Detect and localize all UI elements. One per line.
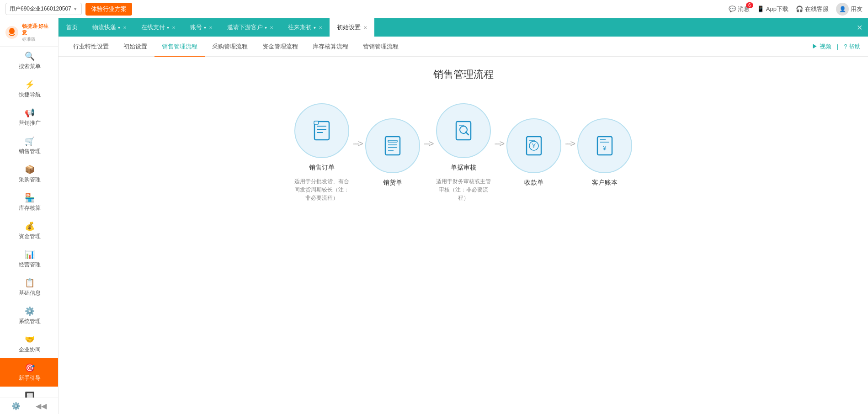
svg-rect-12 (456, 122, 471, 140)
sidebar-icon-sales: 🛒 (25, 136, 35, 146)
flow-node-ledger[interactable]: ¥ 客户账本 (577, 118, 632, 187)
online-service-area[interactable]: 🎧 在线客服 (796, 5, 829, 13)
sidebar-item-finance[interactable]: 💰资金管理 (0, 217, 58, 245)
tab-home[interactable]: 首页 (59, 18, 85, 37)
question-icon: ? (844, 43, 847, 50)
subtab-finance_flow[interactable]: 资金管理流程 (255, 37, 305, 57)
sidebar-label-sales: 销售管理 (19, 148, 41, 155)
logo-icon (5, 25, 19, 40)
sidebar-label-marketing: 营销推广 (19, 119, 41, 127)
sidebar-icon-purchase: 📦 (25, 165, 35, 175)
subtab-label-sales_flow: 销售管理流程 (162, 42, 197, 51)
subtab-label-initial: 初始设置 (123, 42, 147, 51)
flow-arrow-0: - - -> (353, 138, 362, 167)
tab-init[interactable]: 初始设置✕ (330, 18, 374, 37)
tab-account[interactable]: 账号▾✕ (183, 18, 220, 37)
flow-node-sales_order[interactable]: 销售订单适用于分批发货、有合同发货周期较长（注：非必要流程） (294, 103, 349, 202)
sidebar-item-marketing[interactable]: 📢营销推广 (0, 103, 58, 132)
help-label: 帮助 (849, 43, 861, 50)
video-label: 视频 (820, 43, 831, 50)
app-download-icon: 📱 (757, 5, 764, 12)
svg-rect-8 (388, 140, 397, 142)
sidebar-label-basic: 基础信息 (19, 289, 41, 297)
sidebar-item-apps[interactable]: 🔲应用中心 (0, 387, 58, 398)
headset-icon: 🎧 (796, 5, 803, 12)
page-title: 销售管理流程 (73, 68, 853, 81)
sidebar-icon-apps: 🔲 (25, 391, 35, 398)
tab-invite[interactable]: 邀请下游客户▾✕ (220, 18, 281, 37)
tab-close-icon-account[interactable]: ✕ (209, 25, 213, 30)
user-label: 用户690企业1660120507 (10, 5, 71, 13)
tab-logistics[interactable]: 物流快递▾✕ (85, 18, 134, 37)
flow-label-delivery: 销货单 (383, 179, 402, 187)
sidebar-item-collab[interactable]: 🤝企业协同 (0, 330, 58, 358)
sidebar-icon-quicknav: ⚡ (25, 80, 35, 90)
app-download-area[interactable]: 📱 App下载 (757, 5, 788, 13)
sidebar: 畅捷通·好生意 标准版 🔍搜索菜单⚡快捷导航📢营销推广🛒销售管理📦采购管理🏪库存… (0, 18, 59, 414)
flow-node-receipt[interactable]: ¥ 收款单 (506, 118, 561, 187)
svg-text:¥: ¥ (532, 142, 536, 149)
collapse-icon[interactable]: ◀◀ (36, 402, 47, 410)
message-icon-area[interactable]: 💬 消息 6 (729, 5, 750, 13)
subtab-inventory_flow[interactable]: 库存核算流程 (305, 37, 356, 57)
subtab-sales_flow[interactable]: 销售管理流程 (154, 37, 205, 57)
tab-close-icon-payment[interactable]: ✕ (172, 25, 176, 30)
subtab-label-purchase_flow: 采购管理流程 (212, 42, 248, 51)
flow-circle-receipt: ¥ (506, 118, 561, 173)
sidebar-item-sales[interactable]: 🛒销售管理 (0, 132, 58, 160)
tab-label-period: 往来期初 (288, 23, 312, 32)
page-content: 销售管理流程 销售订单适用于分批发货、有合同发货周期较长（注：非必要流程）- -… (59, 57, 868, 414)
tab-label-logistics: 物流快递 (92, 23, 116, 32)
flow-label-receipt: 收款单 (524, 179, 543, 187)
avatar: 👤 (836, 3, 849, 16)
user-selector[interactable]: 用户690企业1660120507 ▼ (5, 3, 82, 15)
sidebar-label-inventory: 库存核算 (19, 204, 41, 212)
subtab-initial[interactable]: 初始设置 (116, 37, 154, 57)
sidebar-item-guide[interactable]: 🎯新手引导 (0, 358, 58, 387)
sidebar-item-system[interactable]: ⚙️系统管理 (0, 302, 58, 330)
tab-close-icon-logistics[interactable]: ✕ (123, 25, 127, 30)
sidebar-icon-guide: 🎯 (25, 363, 35, 373)
tab-close-icon-invite[interactable]: ✕ (270, 25, 273, 30)
help-link[interactable]: ? 帮助 (844, 42, 861, 51)
sidebar-item-basic[interactable]: 📋基础信息 (0, 273, 58, 302)
trial-button[interactable]: 体验行业方案 (85, 3, 132, 16)
sidebar-item-inventory[interactable]: 🏪库存核算 (0, 188, 58, 217)
flow-arrow-1: - - -> (424, 138, 432, 167)
subtab-purchase_flow[interactable]: 采购管理流程 (205, 37, 255, 57)
flow-circle-ledger: ¥ (577, 118, 632, 173)
tab-close-icon-period[interactable]: ✕ (319, 25, 322, 30)
flow-node-review[interactable]: 单据审核适用于财务审核或主管审核（注：非必要流程） (436, 103, 491, 202)
separator: | (837, 43, 838, 50)
sidebar-label-collab: 企业协同 (19, 346, 41, 354)
tab-nav: 首页物流快递▾✕在线支付▾✕账号▾✕邀请下游客户▾✕往来期初▾✕初始设置✕✕ (59, 18, 868, 37)
logo-area: 畅捷通·好生意 标准版 (0, 18, 58, 47)
tab-arrow-icon-account: ▾ (204, 25, 206, 30)
tab-arrow-icon-period: ▾ (314, 25, 316, 30)
sidebar-item-operation[interactable]: 📊经营管理 (0, 245, 58, 273)
user-area[interactable]: 👤 用友 (836, 3, 863, 16)
tab-nav-close-icon[interactable]: ✕ (851, 23, 868, 32)
online-service-label: 在线客服 (805, 5, 829, 13)
top-bar-right: 💬 消息 6 📱 App下载 🎧 在线客服 👤 用友 (729, 3, 863, 16)
sidebar-icon-operation: 📊 (25, 249, 35, 260)
tab-close-icon-init[interactable]: ✕ (363, 25, 367, 30)
sidebar-item-search[interactable]: 🔍搜索菜单 (0, 47, 58, 75)
subtab-marketing_flow[interactable]: 营销管理流程 (356, 37, 406, 57)
tab-payment[interactable]: 在线支付▾✕ (134, 18, 183, 37)
flow-node-delivery[interactable]: 销货单 (365, 118, 420, 187)
svg-text:¥: ¥ (602, 144, 607, 152)
tab-label-account: 账号 (190, 23, 202, 32)
logo-sub: 标准版 (22, 36, 53, 42)
sidebar-icon-collab: 🤝 (25, 334, 35, 345)
flow-circle-delivery (365, 118, 420, 173)
video-help[interactable]: ▶ 视频 (812, 42, 831, 51)
tab-arrow-icon-logistics: ▾ (118, 25, 120, 30)
sidebar-item-quicknav[interactable]: ⚡快捷导航 (0, 75, 58, 103)
flow-circle-sales_order (294, 103, 349, 158)
sidebar-item-purchase[interactable]: 📦采购管理 (0, 160, 58, 188)
subtab-label-industry: 行业特性设置 (73, 42, 109, 51)
subtab-industry[interactable]: 行业特性设置 (66, 37, 116, 57)
tab-period[interactable]: 往来期初▾✕ (281, 18, 330, 37)
settings-icon[interactable]: ⚙️ (11, 402, 21, 410)
